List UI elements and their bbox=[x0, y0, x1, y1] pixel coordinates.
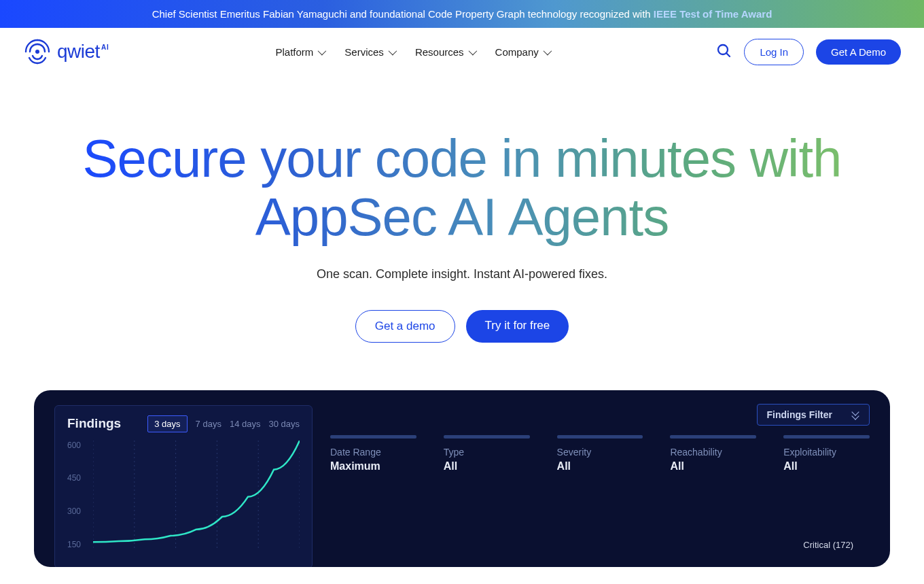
y-tick: 150 bbox=[67, 540, 81, 549]
filter-date-range[interactable]: Date Range Maximum bbox=[330, 435, 416, 473]
filters-area: Findings Filter Date Range Maximum Type … bbox=[330, 405, 870, 473]
findings-line-chart-svg bbox=[93, 441, 300, 549]
filter-indicator-bar bbox=[330, 435, 416, 439]
get-demo-button[interactable]: Get A Demo bbox=[816, 39, 901, 65]
findings-chart: 600 450 300 150 bbox=[67, 441, 300, 549]
range-tab-3days[interactable]: 3 days bbox=[147, 415, 187, 432]
filter-label: Type bbox=[444, 447, 530, 458]
nav-services[interactable]: Services bbox=[344, 46, 395, 58]
hero-section: Secure your code in minutes with AppSec … bbox=[0, 75, 924, 363]
nav-company[interactable]: Company bbox=[495, 46, 550, 58]
range-tab-30days[interactable]: 30 days bbox=[268, 419, 300, 429]
logo-swirl-icon bbox=[23, 37, 52, 66]
hero-headline: Secure your code in minutes with AppSec … bbox=[71, 130, 853, 247]
date-range-tabs: 3 days 7 days 14 days 30 days bbox=[147, 415, 300, 432]
filter-indicator-bar bbox=[783, 435, 870, 439]
nav-label: Resources bbox=[415, 46, 464, 58]
chevron-down-icon bbox=[468, 46, 477, 55]
filter-type[interactable]: Type All bbox=[444, 435, 530, 473]
filter-value: All bbox=[557, 460, 643, 473]
filter-exploitability[interactable]: Exploitability All bbox=[783, 435, 870, 473]
nav-platform[interactable]: Platform bbox=[275, 46, 324, 58]
filter-label: Exploitability bbox=[783, 447, 870, 458]
nav-label: Platform bbox=[275, 46, 313, 58]
main-nav: Platform Services Resources Company bbox=[275, 46, 549, 58]
filter-indicator-bar bbox=[444, 435, 530, 439]
header-actions: Log In Get A Demo bbox=[715, 39, 901, 65]
y-tick: 300 bbox=[67, 506, 81, 516]
filter-value: All bbox=[670, 460, 756, 473]
nav-label: Services bbox=[344, 46, 384, 58]
chevron-down-icon bbox=[543, 46, 552, 55]
y-tick: 600 bbox=[67, 441, 81, 450]
findings-panel: Findings 3 days 7 days 14 days 30 days 6… bbox=[54, 405, 313, 567]
filter-value: Maximum bbox=[330, 460, 416, 473]
filter-label: Date Range bbox=[330, 447, 416, 458]
announcement-link[interactable]: IEEE Test of Time Award bbox=[654, 8, 772, 20]
hero-get-demo-button[interactable]: Get a demo bbox=[355, 310, 455, 343]
login-button[interactable]: Log In bbox=[744, 39, 804, 65]
filter-severity[interactable]: Severity All bbox=[557, 435, 643, 473]
svg-point-0 bbox=[35, 50, 39, 54]
filter-indicator-bar bbox=[557, 435, 643, 439]
filter-value: All bbox=[444, 460, 530, 473]
hero-ctas: Get a demo Try it for free bbox=[27, 310, 897, 343]
range-tab-14days[interactable]: 14 days bbox=[230, 419, 261, 429]
filter-label: Reachability bbox=[670, 447, 756, 458]
chevron-down-icon bbox=[318, 46, 327, 55]
filter-indicator-bar bbox=[670, 435, 756, 439]
y-tick: 450 bbox=[67, 473, 81, 483]
nav-resources[interactable]: Resources bbox=[415, 46, 475, 58]
chevron-down-icon bbox=[388, 46, 397, 55]
findings-filter-button[interactable]: Findings Filter bbox=[757, 404, 870, 426]
site-header: qwiet AI Platform Services Resources Com… bbox=[0, 28, 924, 75]
dashboard-preview-wrap: Findings 3 days 7 days 14 days 30 days 6… bbox=[0, 363, 924, 567]
double-chevron-down-icon bbox=[853, 410, 859, 419]
findings-title: Findings bbox=[67, 416, 121, 431]
findings-filter-label: Findings Filter bbox=[767, 409, 832, 420]
range-tab-7days[interactable]: 7 days bbox=[196, 419, 221, 429]
announcement-text: Chief Scientist Emeritus Fabian Yamaguch… bbox=[152, 8, 654, 20]
filter-value: All bbox=[783, 460, 870, 473]
chart-y-axis: 600 450 300 150 bbox=[67, 441, 81, 549]
brand-logo[interactable]: qwiet AI bbox=[23, 37, 109, 66]
filter-reachability[interactable]: Reachability All bbox=[670, 435, 756, 473]
critical-count-label: Critical (172) bbox=[803, 540, 853, 550]
hero-try-free-button[interactable]: Try it for free bbox=[466, 310, 569, 343]
svg-line-2 bbox=[726, 53, 730, 56]
search-icon[interactable] bbox=[715, 42, 732, 61]
filter-label: Severity bbox=[557, 447, 643, 458]
nav-label: Company bbox=[495, 46, 539, 58]
announcement-bar: Chief Scientist Emeritus Fabian Yamaguch… bbox=[0, 0, 924, 28]
brand-suffix: AI bbox=[101, 44, 109, 51]
filter-columns: Date Range Maximum Type All Severity All bbox=[330, 435, 870, 473]
brand-name: qwiet AI bbox=[57, 41, 109, 63]
dashboard-preview: Findings 3 days 7 days 14 days 30 days 6… bbox=[34, 390, 890, 567]
hero-subhead: One scan. Complete insight. Instant AI-p… bbox=[27, 267, 897, 281]
